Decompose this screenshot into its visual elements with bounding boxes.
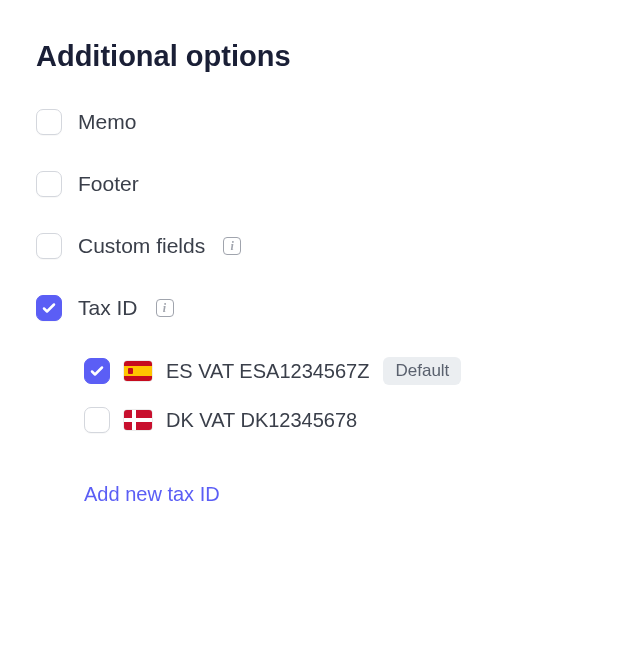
option-memo: Memo — [36, 109, 588, 135]
custom-fields-checkbox[interactable] — [36, 233, 62, 259]
memo-checkbox[interactable] — [36, 109, 62, 135]
custom-fields-label: Custom fields — [78, 234, 205, 258]
tax-id-row: DK VAT DK12345678 — [84, 407, 588, 433]
option-custom-fields: Custom fields i — [36, 233, 588, 259]
tax-id-value: ES VAT ESA1234567Z — [166, 360, 369, 383]
tax-id-list: ES VAT ESA1234567Z Default DK VAT DK1234… — [84, 357, 588, 506]
tax-id-label: Tax ID — [78, 296, 138, 320]
tax-id-item-checkbox[interactable] — [84, 358, 110, 384]
tax-id-checkbox[interactable] — [36, 295, 62, 321]
footer-label: Footer — [78, 172, 139, 196]
memo-label: Memo — [78, 110, 136, 134]
check-icon — [89, 363, 105, 379]
flag-denmark-icon — [124, 410, 152, 430]
section-heading: Additional options — [36, 40, 588, 73]
tax-id-row: ES VAT ESA1234567Z Default — [84, 357, 588, 385]
check-icon — [41, 300, 57, 316]
tax-id-value: DK VAT DK12345678 — [166, 409, 357, 432]
info-icon[interactable]: i — [156, 299, 174, 317]
footer-checkbox[interactable] — [36, 171, 62, 197]
tax-id-item-checkbox[interactable] — [84, 407, 110, 433]
add-tax-id-link[interactable]: Add new tax ID — [84, 483, 220, 506]
info-icon[interactable]: i — [223, 237, 241, 255]
flag-spain-icon — [124, 361, 152, 381]
option-tax-id: Tax ID i — [36, 295, 588, 321]
default-badge: Default — [383, 357, 461, 385]
option-footer: Footer — [36, 171, 588, 197]
